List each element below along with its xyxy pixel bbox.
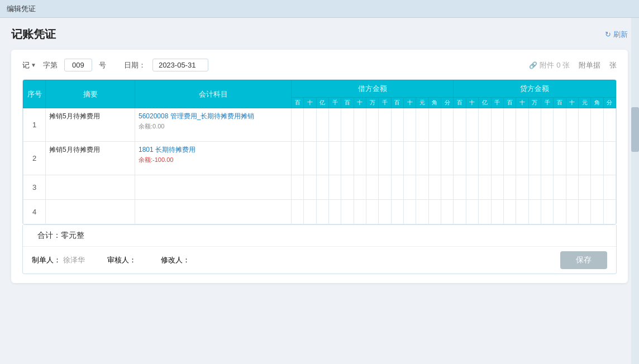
credit-cell[interactable] (516, 175, 528, 200)
debit-cell[interactable] (391, 175, 403, 200)
debit-cell[interactable] (379, 108, 391, 142)
debit-cell[interactable] (404, 200, 416, 224)
credit-cell[interactable] (454, 175, 466, 200)
credit-cell[interactable] (479, 200, 491, 224)
attachments-link[interactable]: 🔗 附件 0 张 (529, 60, 570, 70)
debit-cell[interactable] (391, 200, 403, 224)
summary-cell[interactable]: 摊销5月待摊费用 (46, 108, 135, 142)
credit-cell[interactable] (578, 200, 590, 224)
credit-cell[interactable] (491, 175, 503, 200)
debit-cell[interactable] (292, 142, 304, 175)
summary-cell[interactable]: 摊销5月待摊费用 (46, 142, 135, 175)
credit-cell[interactable] (566, 175, 578, 200)
credit-cell[interactable] (578, 142, 590, 175)
debit-cell[interactable] (391, 142, 403, 175)
credit-cell[interactable] (454, 200, 466, 224)
credit-cell[interactable] (554, 175, 566, 200)
credit-cell[interactable] (503, 200, 516, 224)
debit-cell[interactable] (304, 200, 316, 224)
credit-cell[interactable] (503, 142, 516, 175)
debit-cell[interactable] (316, 108, 328, 142)
debit-cell[interactable] (292, 175, 304, 200)
debit-cell[interactable] (366, 175, 379, 200)
credit-cell[interactable] (541, 200, 553, 224)
debit-cell[interactable] (354, 108, 366, 142)
credit-cell[interactable] (466, 108, 478, 142)
debit-cell[interactable] (341, 175, 354, 200)
debit-cell[interactable] (416, 142, 428, 175)
debit-cell[interactable] (304, 108, 316, 142)
debit-cell[interactable] (428, 200, 441, 224)
credit-cell[interactable] (603, 175, 616, 200)
debit-cell[interactable] (404, 175, 416, 200)
summary-cell[interactable] (46, 175, 135, 200)
credit-cell[interactable] (541, 108, 553, 142)
debit-cell[interactable] (416, 108, 428, 142)
debit-cell[interactable] (379, 175, 391, 200)
credit-cell[interactable] (591, 175, 603, 200)
debit-cell[interactable] (354, 142, 366, 175)
credit-cell[interactable] (466, 200, 478, 224)
credit-cell[interactable] (591, 200, 603, 224)
credit-cell[interactable] (554, 200, 566, 224)
credit-cell[interactable] (528, 175, 541, 200)
credit-cell[interactable] (566, 200, 578, 224)
table-row[interactable]: 3 (23, 175, 616, 200)
credit-cell[interactable] (541, 142, 553, 175)
voucher-type-select[interactable]: 记 ▼ (22, 60, 36, 70)
credit-cell[interactable] (591, 142, 603, 175)
debit-cell[interactable] (329, 108, 341, 142)
credit-cell[interactable] (454, 108, 466, 142)
debit-cell[interactable] (416, 175, 428, 200)
debit-cell[interactable] (428, 108, 441, 142)
debit-cell[interactable] (366, 108, 379, 142)
credit-cell[interactable] (578, 175, 590, 200)
credit-cell[interactable] (503, 108, 516, 142)
account-cell[interactable] (135, 175, 292, 200)
credit-cell[interactable] (591, 108, 603, 142)
credit-cell[interactable] (554, 142, 566, 175)
debit-cell[interactable] (428, 175, 441, 200)
credit-cell[interactable] (466, 175, 478, 200)
scrollbar-track[interactable] (631, 18, 639, 364)
debit-cell[interactable] (354, 200, 366, 224)
credit-cell[interactable] (528, 200, 541, 224)
debit-cell[interactable] (354, 175, 366, 200)
table-row[interactable]: 2摊销5月待摊费用1801 长期待摊费用余额:-100.00 (23, 142, 616, 175)
credit-cell[interactable] (479, 142, 491, 175)
debit-cell[interactable] (341, 108, 354, 142)
credit-cell[interactable] (578, 108, 590, 142)
credit-cell[interactable] (479, 175, 491, 200)
debit-cell[interactable] (366, 142, 379, 175)
credit-cell[interactable] (603, 200, 616, 224)
debit-cell[interactable] (341, 142, 354, 175)
debit-cell[interactable] (341, 200, 354, 224)
debit-cell[interactable] (316, 200, 328, 224)
credit-cell[interactable] (479, 108, 491, 142)
debit-cell[interactable] (428, 142, 441, 175)
credit-cell[interactable] (603, 108, 616, 142)
credit-cell[interactable] (516, 200, 528, 224)
attach-sheets-label[interactable]: 附单据 (579, 60, 600, 70)
debit-cell[interactable] (304, 142, 316, 175)
credit-cell[interactable] (603, 142, 616, 175)
debit-cell[interactable] (329, 175, 341, 200)
credit-cell[interactable] (491, 142, 503, 175)
credit-cell[interactable] (541, 175, 553, 200)
save-button[interactable]: 保存 (560, 251, 607, 269)
debit-cell[interactable] (316, 142, 328, 175)
summary-cell[interactable] (46, 200, 135, 224)
credit-cell[interactable] (503, 175, 516, 200)
credit-cell[interactable] (566, 108, 578, 142)
date-field[interactable]: 2023-05-31 (152, 59, 208, 71)
debit-cell[interactable] (379, 142, 391, 175)
debit-cell[interactable] (329, 142, 341, 175)
account-cell[interactable]: 56020008 管理费用_长期待摊费用摊销余额:0.00 (135, 108, 292, 142)
credit-cell[interactable] (491, 200, 503, 224)
credit-cell[interactable] (554, 108, 566, 142)
debit-cell[interactable] (416, 200, 428, 224)
debit-cell[interactable] (391, 108, 403, 142)
credit-cell[interactable] (454, 142, 466, 175)
debit-cell[interactable] (316, 175, 328, 200)
credit-cell[interactable] (491, 108, 503, 142)
